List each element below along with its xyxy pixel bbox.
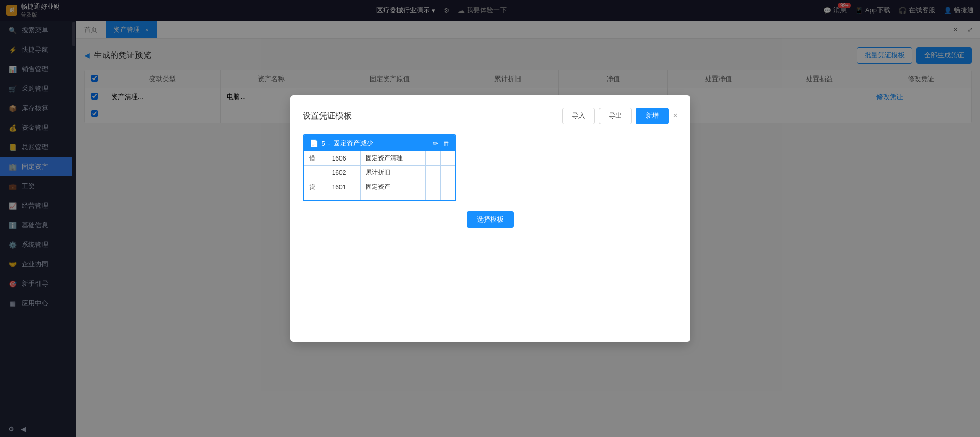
credit-amount-1 (440, 151, 455, 166)
account-name-4 (360, 194, 425, 200)
template-number: 5 (322, 140, 325, 147)
template-card-header-left: 📄 5 - 固定资产减少 (310, 138, 374, 148)
debit-amount-4 (426, 194, 441, 200)
page-content: ◀ 生成的凭证预览 批量凭证模板 全部生成凭证 (76, 39, 980, 437)
import-btn[interactable]: 导入 (562, 108, 595, 124)
credit-amount-3 (440, 180, 455, 194)
debit-amount-1 (426, 151, 441, 166)
credit-label: 贷 (304, 180, 327, 194)
modal-header-right: 导入 导出 新增 × (562, 108, 677, 124)
template-card: 📄 5 - 固定资产减少 ✏ 🗑 (303, 134, 456, 201)
template-row-3: 贷 1601 固定资产 (304, 180, 455, 194)
debit-amount-2 (426, 166, 441, 180)
edit-template-icon[interactable]: ✏ (433, 140, 438, 147)
type-2 (304, 166, 327, 180)
export-btn[interactable]: 导出 (599, 108, 632, 124)
template-card-header-actions: ✏ 🗑 (433, 140, 449, 147)
content-area: 首页 资产管理 × ✕ ⤢ ◀ 生成的凭证预览 (76, 21, 980, 437)
modal: 设置凭证模板 导入 导出 新增 × (290, 95, 690, 342)
template-row-2: 1602 累计折旧 (304, 166, 455, 180)
template-name: 固定资产减少 (333, 138, 373, 148)
account-code-1: 1606 (327, 151, 360, 166)
template-separator: - (328, 140, 330, 147)
template-table: 借 1606 固定资产清理 1602 (304, 151, 455, 200)
account-code-2: 1602 (327, 166, 360, 180)
credit-amount-2 (440, 166, 455, 180)
credit-amount-4 (440, 194, 455, 200)
account-name-3: 固定资产 (360, 180, 425, 194)
account-name-1: 固定资产清理 (360, 151, 425, 166)
modal-close-icon[interactable]: × (673, 111, 677, 121)
type-4 (304, 194, 327, 200)
template-file-icon: 📄 (310, 139, 318, 147)
template-row-4 (304, 194, 455, 200)
debit-amount-3 (426, 180, 441, 194)
modal-title: 设置凭证模板 (303, 111, 352, 122)
account-name-2: 累计折旧 (360, 166, 425, 180)
account-code-4 (327, 194, 360, 200)
account-code-3: 1601 (327, 180, 360, 194)
modal-header: 设置凭证模板 导入 导出 新增 × (303, 108, 678, 124)
delete-template-icon[interactable]: 🗑 (443, 140, 449, 147)
template-row-1: 借 1606 固定资产清理 (304, 151, 455, 166)
template-card-header: 📄 5 - 固定资产减少 ✏ 🗑 (304, 135, 455, 151)
debit-label: 借 (304, 151, 327, 166)
select-template-btn[interactable]: 选择模板 (467, 211, 514, 228)
modal-overlay: 设置凭证模板 导入 导出 新增 × (76, 39, 980, 437)
modal-header-actions: 导入 导出 新增 (562, 108, 669, 124)
new-btn[interactable]: 新增 (636, 108, 669, 124)
